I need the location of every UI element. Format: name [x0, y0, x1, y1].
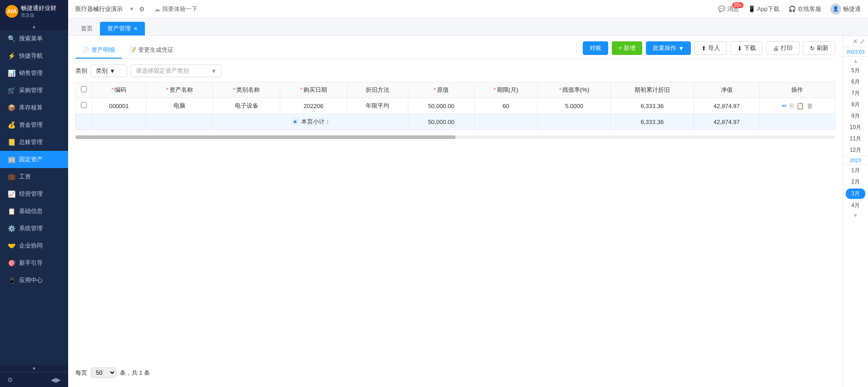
online-service-button[interactable]: 🎧 在线客服: [789, 5, 821, 13]
month-7[interactable]: 7月: [843, 88, 868, 99]
month-9[interactable]: 9月: [843, 110, 868, 122]
right-panel-close-icon[interactable]: ✕: [853, 38, 858, 45]
row-checkbox[interactable]: [81, 102, 87, 108]
category-type-select[interactable]: 类别 ▼: [91, 64, 127, 77]
sidebar-item-fixed-assets[interactable]: 🏢 固定资产: [0, 151, 68, 168]
enterprise-icon: 🤝: [7, 242, 15, 250]
sidebar-item-search[interactable]: 🔍 搜索菜单: [0, 30, 68, 47]
experience-button[interactable]: ☁ 我要体验一下: [154, 5, 198, 13]
category-type-value: 类别: [96, 67, 108, 75]
select-all-checkbox[interactable]: [81, 86, 87, 92]
tab-home[interactable]: 首页: [75, 22, 98, 35]
scroll-up-arrow[interactable]: ▲: [843, 57, 868, 65]
sidebar-item-guide[interactable]: 🎯 新手引导: [0, 254, 68, 272]
month-12[interactable]: 12月: [843, 144, 868, 156]
delete-icon[interactable]: 🗑: [807, 102, 813, 109]
total-count: 条，共 1 条: [120, 369, 150, 377]
sub-tab-asset-detail[interactable]: 📄 资产明细: [75, 42, 122, 59]
header-period: *期限(月): [474, 82, 538, 98]
month-1[interactable]: 1月: [843, 165, 868, 176]
row-actions: ✏ ⎘ 📋 🗑: [759, 98, 835, 114]
header-code: *编码: [92, 82, 146, 98]
edit-icon[interactable]: ✏: [782, 102, 787, 109]
year-2023-label[interactable]: 2023: [843, 156, 868, 165]
settings-icon[interactable]: ⚙: [7, 376, 13, 383]
download-icon: ⬇: [737, 45, 742, 52]
sidebar-item-label: 资金管理: [19, 121, 43, 129]
sidebar-item-app-center[interactable]: 📱 应用中心: [0, 272, 68, 289]
basic-info-icon: 📋: [7, 207, 15, 215]
horizontal-scrollbar[interactable]: [75, 135, 835, 139]
row-checkbox-cell: [76, 98, 92, 114]
sidebar-bottom: ⚙ ◀▶: [0, 372, 68, 387]
month-2[interactable]: 2月: [843, 176, 868, 188]
sidebar-item-label: 搜索菜单: [19, 35, 43, 43]
refresh-label: 刷新: [817, 44, 828, 52]
user-avatar: 👤: [830, 4, 841, 15]
sidebar-item-system[interactable]: ⚙️ 系统管理: [0, 220, 68, 237]
sidebar-item-capital[interactable]: 💰 资金管理: [0, 116, 68, 134]
copy-icon[interactable]: ⎘: [790, 102, 794, 109]
header-residual-rate: *残值率(%): [538, 82, 611, 98]
app-download-button[interactable]: 📱 App下载: [748, 5, 779, 13]
scroll-down-arrow[interactable]: ▼: [843, 211, 868, 219]
company-settings-icon[interactable]: ⚙: [139, 5, 145, 13]
right-panel-expand-icon[interactable]: ⤢: [860, 38, 865, 45]
operations-icon: 📈: [7, 190, 15, 198]
message-icon: 💬: [718, 5, 725, 12]
sidebar-item-operations[interactable]: 📈 经营管理: [0, 185, 68, 203]
user-profile[interactable]: 👤 畅捷通: [830, 4, 861, 15]
sidebar-item-label: 销售管理: [19, 69, 43, 77]
sub-tab-asset-detail-label: 资产明细: [91, 46, 115, 54]
collapse-icon[interactable]: ◀▶: [51, 376, 61, 383]
sidebar-scroll-up[interactable]: ▲: [0, 23, 68, 30]
scrollbar-thumb: [75, 135, 456, 139]
batch-ops-button[interactable]: 批量操作 ▼: [646, 41, 691, 55]
per-page-select[interactable]: 50 100 200: [91, 367, 116, 378]
sidebar-item-label: 新手引导: [19, 259, 43, 267]
header-net-value: 净值: [694, 82, 759, 98]
sidebar-scroll-down[interactable]: ▼: [0, 365, 68, 372]
tab-close-icon[interactable]: ✕: [134, 26, 138, 32]
new-button[interactable]: + 新增: [612, 41, 642, 55]
sub-tab-change-voucher[interactable]: 📝 变更生成凭证: [122, 42, 181, 59]
sidebar-item-ledger[interactable]: 📒 总账管理: [0, 134, 68, 151]
message-button[interactable]: 💬 消息 99+: [718, 5, 739, 13]
sidebar-item-purchase[interactable]: 🛒 采购管理: [0, 82, 68, 99]
print-button[interactable]: 🖨 打印: [766, 41, 799, 55]
month-5[interactable]: 5月: [843, 65, 868, 76]
app-name: 畅捷通好业财: [21, 5, 56, 12]
import-button[interactable]: ⬆ 导入: [694, 41, 727, 55]
header-action: 操作: [759, 82, 835, 98]
month-4[interactable]: 4月: [843, 200, 868, 211]
category-value-select[interactable]: 请选择固定资产类别 ▼: [131, 64, 222, 77]
download-button[interactable]: ⬇ 下载: [730, 41, 763, 55]
month-10[interactable]: 10月: [843, 122, 868, 133]
month-6[interactable]: 6月: [843, 76, 868, 88]
company-dropdown-arrow[interactable]: ▼: [129, 6, 134, 12]
sidebar-item-payroll[interactable]: 💼 工资: [0, 168, 68, 185]
sidebar-item-enterprise[interactable]: 🤝 企业协同: [0, 237, 68, 254]
sidebar-item-inventory[interactable]: 📦 库存核算: [0, 99, 68, 116]
refresh-button[interactable]: ↻ 刷新: [803, 41, 835, 55]
sales-icon: 📊: [7, 69, 15, 77]
month-8[interactable]: 8月: [843, 99, 868, 110]
sidebar-item-basic-info[interactable]: 📋 基础信息: [0, 203, 68, 220]
tab-asset-mgmt[interactable]: 资产管理 ✕: [100, 22, 145, 35]
purchase-icon: 🛒: [7, 86, 15, 94]
subtotal-checkbox: [76, 114, 92, 130]
row-period: 60: [474, 98, 538, 114]
month-3[interactable]: 3月: [846, 189, 865, 199]
sidebar-item-label: 快捷导航: [19, 52, 43, 60]
sidebar-item-quick-nav[interactable]: ⚡ 快捷导航: [0, 47, 68, 64]
sidebar-item-label: 采购管理: [19, 86, 43, 94]
table-row: 000001 电脑 电子设备 202206 年限平均 50,000.00 60 …: [76, 98, 835, 114]
month-11[interactable]: 11月: [843, 133, 868, 144]
header-initial-depreciation: 期初累计折旧: [611, 82, 694, 98]
sidebar-item-sales[interactable]: 📊 销售管理: [0, 64, 68, 82]
topbar-right: 💬 消息 99+ 📱 App下载 🎧 在线客服 👤 畅捷通: [718, 4, 861, 15]
duplicate-icon[interactable]: 📋: [796, 102, 804, 109]
row-residual-rate: 5.0000: [538, 98, 611, 114]
app-version: 普及版: [21, 12, 56, 19]
reconcile-button[interactable]: 对账: [583, 41, 608, 55]
